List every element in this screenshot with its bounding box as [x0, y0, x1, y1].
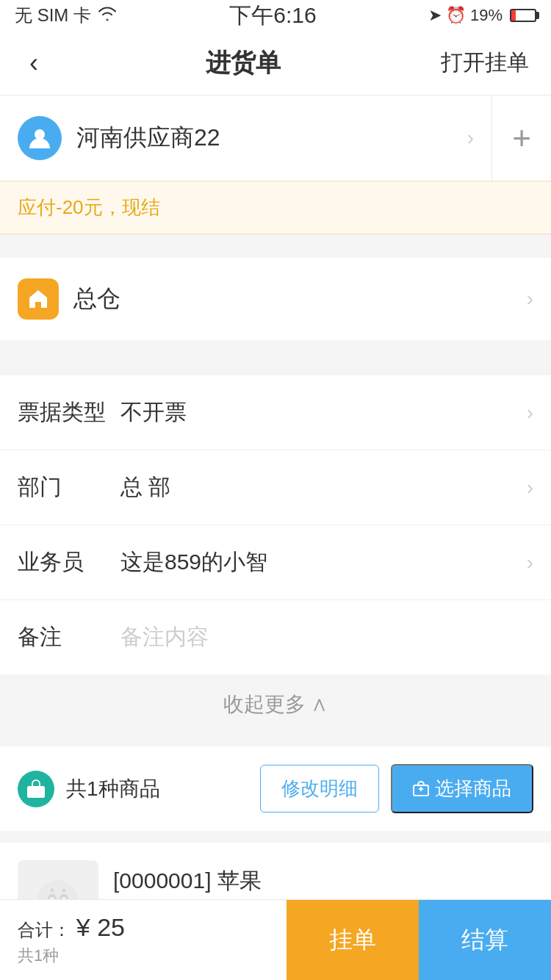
supplier-name: 河南供应商22 [76, 122, 460, 154]
total-section: 合计： ¥ 25 共1种 [0, 913, 287, 967]
battery-percent: 19% [470, 6, 503, 25]
form-section: 票据类型 不开票 › 部门 总 部 › 业务员 这是859的小智 › 备注 备注… [0, 375, 551, 674]
chevron-right-icon: › [527, 551, 533, 574]
warehouse-selector[interactable]: 总仓 › [0, 258, 551, 340]
svg-rect-2 [27, 786, 45, 798]
status-bar-time: 下午6:16 [229, 1, 316, 31]
alarm-icon: ⏰ [446, 6, 466, 25]
separator-3 [0, 735, 551, 746]
settle-button[interactable]: 结算 [419, 900, 551, 981]
warehouse-icon [18, 278, 59, 320]
chevron-right-icon: › [527, 476, 533, 500]
product-header: 共1种商品 修改明细 选择商品 [0, 746, 551, 831]
invoice-type-value: 不开票 [120, 397, 519, 428]
wifi-icon [97, 5, 118, 26]
department-label: 部门 [18, 472, 120, 502]
collapse-bar[interactable]: 收起更多 ∧ [0, 674, 551, 735]
chevron-right-icon: › [527, 287, 533, 311]
edit-detail-button[interactable]: 修改明细 [260, 765, 379, 813]
svg-point-0 [35, 129, 45, 140]
salesman-label: 业务员 [18, 547, 120, 577]
chevron-right-icon: › [467, 126, 474, 150]
nav-bar: ‹ 进货单 打开挂单 [0, 31, 551, 96]
add-supplier-button[interactable]: + [492, 96, 551, 181]
total-amount: ¥ 25 [76, 913, 125, 941]
product-name: [0000001] 苹果 [113, 866, 499, 896]
department-row[interactable]: 部门 总 部 › [0, 450, 551, 525]
remark-label: 备注 [18, 622, 120, 652]
total-count: 共1种 [18, 945, 269, 967]
battery-icon [510, 9, 536, 22]
product-header-icon [18, 771, 54, 807]
separator-1 [0, 234, 551, 246]
product-title: 苹果 [217, 868, 262, 893]
svg-rect-1 [35, 302, 41, 308]
select-product-button[interactable]: 选择商品 [391, 764, 533, 813]
supplier-section: 河南供应商22 › + [0, 96, 551, 181]
total-amount-row: 合计： ¥ 25 [18, 913, 269, 942]
invoice-type-row[interactable]: 票据类型 不开票 › [0, 375, 551, 450]
remark-input[interactable]: 备注内容 [120, 622, 533, 652]
status-bar: 无 SIM 卡 下午6:16 ➤ ⏰ 19% [0, 0, 551, 31]
suspend-button[interactable]: 挂单 [287, 900, 419, 981]
warehouse-name: 总仓 [73, 283, 519, 315]
salesman-row[interactable]: 业务员 这是859的小智 › [0, 525, 551, 600]
cart-icon [413, 781, 429, 797]
supplier-selector[interactable]: 河南供应商22 › [0, 96, 492, 181]
status-bar-left: 无 SIM 卡 [15, 4, 118, 27]
remark-row[interactable]: 备注 备注内容 [0, 600, 551, 674]
total-label: 合计： [18, 920, 71, 940]
content: 河南供应商22 › + 应付-20元，现结 总仓 › 票据类型 不开票 › 部门… [0, 96, 551, 980]
invoice-type-label: 票据类型 [18, 397, 120, 428]
page-title: 进货单 [206, 46, 281, 80]
carrier-text: 无 SIM 卡 [15, 4, 91, 27]
supplier-notice: 应付-20元，现结 [0, 181, 551, 234]
supplier-avatar [18, 116, 62, 160]
select-product-label: 选择商品 [435, 776, 511, 801]
product-count: 共1种商品 [66, 775, 260, 803]
status-bar-right: ➤ ⏰ 19% [428, 6, 536, 25]
salesman-value: 这是859的小智 [120, 547, 519, 577]
separator-2 [0, 352, 551, 364]
department-value: 总 部 [120, 472, 519, 502]
chevron-right-icon: › [527, 401, 533, 425]
product-code: [0000001] [113, 868, 211, 893]
location-icon: ➤ [428, 6, 442, 25]
open-pending-button[interactable]: 打开挂单 [441, 48, 529, 78]
back-button[interactable]: ‹ [22, 40, 46, 86]
bottom-bar: 合计： ¥ 25 共1种 挂单 结算 [0, 899, 551, 980]
